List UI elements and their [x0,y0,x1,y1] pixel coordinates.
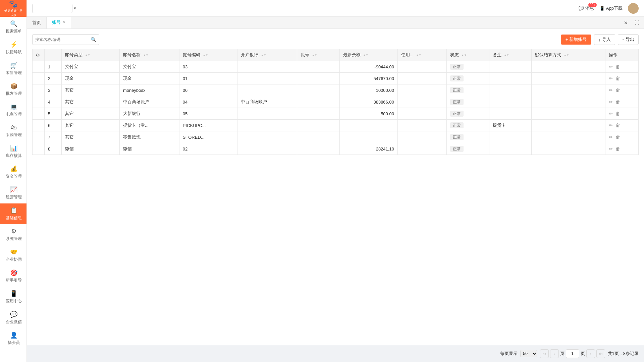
sidebar-item-shortcuts[interactable]: ⚡ 快捷导航 [0,38,26,58]
row-bank [237,143,297,155]
sidebar-item-app-center[interactable]: 📱 应用中心 [0,287,26,307]
app-logo: 🐾 畅捷通好生意 乐版 [4,0,22,17]
col-name[interactable]: 账号名称 ▲▼ [120,49,179,61]
next-page-button[interactable]: › [586,349,595,358]
col-usage[interactable]: 使用... ▲▼ [397,49,446,61]
col-settings[interactable]: ⚙ [33,49,45,61]
export-button[interactable]: ↑ 导出 [618,34,639,45]
sidebar-item-member[interactable]: 👤 畅会员 [0,328,26,349]
first-page-button[interactable]: ⏮ [540,349,549,358]
edit-button[interactable]: ✏ [609,87,613,93]
per-page-label: 每页显示 [500,351,518,357]
add-account-button[interactable]: + 新增账号 [561,35,591,45]
row-checkbox-cell[interactable] [33,61,45,73]
row-type: 其它 [61,84,119,96]
delete-button[interactable]: 🗑 [615,111,620,116]
pagination: 每页显示 50 100 200 ⏮ ‹ 页 页 › ⏭ 共1页，8条记录 [27,345,644,362]
row-actions: ✏ 🗑 [605,96,639,108]
row-code: 01 [179,73,237,84]
sidebar-item-ecommerce[interactable]: 💻 电商管理 [0,100,26,121]
edit-button[interactable]: ✏ [609,76,613,81]
sidebar-item-finance[interactable]: 💰 资金管理 [0,162,26,183]
edit-button[interactable]: ✏ [609,111,613,116]
row-checkbox-cell[interactable] [33,84,45,96]
col-type[interactable]: 账号类型 ▲▼ [61,49,119,61]
col-status[interactable]: 状态 ▲▼ [446,49,489,61]
sidebar-item-system[interactable]: ⚙ 系统管理 [0,224,26,245]
tab-account[interactable]: 账号 ✕ [47,17,71,28]
import-button[interactable]: ↓ 导入 [594,34,615,45]
row-code: PICKUPC... [179,120,237,131]
nav-items: 🔍 搜索菜单 ⚡ 快捷导航 🛒 零售管理 📦 批发管理 💻 电商管理 🛍 [0,17,26,362]
finance-icon: 💰 [10,165,17,173]
delete-button[interactable]: 🗑 [615,99,620,105]
sidebar-item-wholesale[interactable]: 📦 批发管理 [0,79,26,100]
sidebar-item-search[interactable]: 🔍 搜索菜单 [0,17,26,38]
row-index: 6 [45,120,62,131]
sidebar-item-operations[interactable]: 📈 经营管理 [0,183,26,203]
message-button[interactable]: 💬 消息 99+ [579,5,594,11]
col-bank[interactable]: 开户银行 ▲▼ [237,49,297,61]
edit-button[interactable]: ✏ [609,99,613,105]
sidebar-item-guide[interactable]: 🎯 新手引导 [0,266,26,287]
row-checkbox-cell[interactable] [33,108,45,120]
col-account[interactable]: 账号 ▲▼ [297,49,340,61]
sidebar-item-wechat-work[interactable]: 💬 企业微信 [0,307,26,328]
tab-fullscreen-button[interactable]: ⛶ [633,19,641,26]
sidebar-item-inventory[interactable]: 📊 库存核算 [0,141,26,162]
row-checkbox-cell[interactable] [33,96,45,108]
prev-page-button[interactable]: ‹ [550,349,559,358]
edit-button[interactable]: ✏ [609,123,613,128]
delete-button[interactable]: 🗑 [615,123,620,128]
row-name: 大新银行 [120,108,179,120]
edit-button[interactable]: ✏ [609,146,613,152]
delete-button[interactable]: 🗑 [615,64,620,69]
page-size-dropdown[interactable]: 50 100 200 [520,350,537,357]
tab-close-button[interactable]: ✕ [63,20,65,24]
sort-remark-icon: ▲▼ [504,54,509,57]
row-balance: -90444.00 [339,61,397,73]
tab-home[interactable]: 首页 [27,17,47,28]
tab-close-all-button[interactable]: ✕ [622,19,630,26]
delete-button[interactable]: 🗑 [615,134,620,140]
row-checkbox-cell[interactable] [33,73,45,84]
sidebar-item-basic-info[interactable]: 📋 基础信息 [0,203,26,224]
row-bank [237,108,297,120]
row-type: 现金 [61,73,119,84]
col-code[interactable]: 账号编码 ▲▼ [179,49,237,61]
last-page-button[interactable]: ⏭ [596,349,605,358]
col-balance[interactable]: 最新余额 ▲▼ [339,49,397,61]
search-input[interactable] [35,37,91,42]
app-download-button[interactable]: 📱 App下载 [599,5,623,11]
sidebar-item-enterprise[interactable]: 🤝 企业协同 [0,245,26,266]
page-content: 🔍 + 新增账号 ↓ 导入 ↑ 导出 [27,29,644,345]
edit-button[interactable]: ✏ [609,64,613,69]
delete-button[interactable]: 🗑 [615,87,620,93]
row-balance: 10000.00 [339,84,397,96]
row-actions: ✏ 🗑 [605,61,639,73]
sidebar-item-purchase[interactable]: 🛍 采购管理 [0,121,26,141]
page-size-select: 50 100 200 [520,350,537,357]
row-payment [532,120,605,131]
row-bank [237,84,297,96]
row-checkbox-cell[interactable] [33,143,45,155]
table-row: 4 其它 中百商场账户 04 中百商场账户 383866.00 正常 ✏ 🗑 [33,96,639,108]
logo-area: 🐾 畅捷通好生意 乐版 [0,0,26,17]
page-input[interactable] [566,349,579,358]
col-remark[interactable]: 备注 ▲▼ [489,49,532,61]
sidebar-item-retail[interactable]: 🛒 零售管理 [0,58,26,79]
delete-button[interactable]: 🗑 [615,76,620,81]
col-payment[interactable]: 默认结算方式 ▲▼ [532,49,605,61]
delete-button[interactable]: 🗑 [615,146,620,152]
user-avatar[interactable] [628,3,639,14]
row-payment [532,73,605,84]
status-badge: 正常 [450,122,464,128]
row-checkbox-cell[interactable] [33,120,45,131]
toolbar-right: + 新增账号 ↓ 导入 ↑ 导出 [561,34,639,45]
row-checkbox-cell[interactable] [33,131,45,143]
purchase-icon: 🛍 [11,124,17,131]
edit-button[interactable]: ✏ [609,134,613,140]
row-type: 微信 [61,143,119,155]
header-search-input[interactable] [32,4,72,13]
header-dropdown-arrow[interactable]: ▾ [74,6,76,11]
